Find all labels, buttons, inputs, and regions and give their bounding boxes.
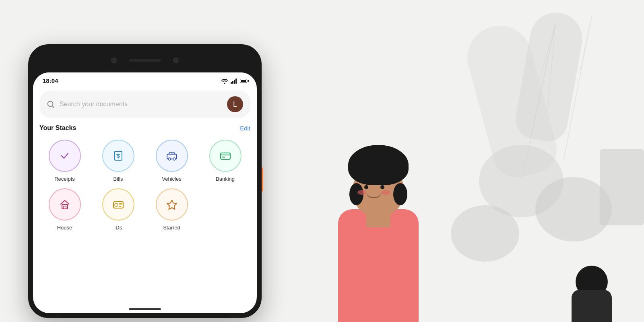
person2-illustration [572, 274, 612, 322]
stacks-edit-button[interactable]: Edit [240, 125, 250, 132]
stack-circle-starred [156, 188, 188, 221]
signal-icon [231, 78, 237, 84]
status-bar: 18:04 [33, 72, 257, 87]
stack-circle-receipts [49, 140, 81, 172]
battery-icon [240, 79, 247, 83]
stack-label-starred: Starred [163, 225, 180, 231]
stack-circle-house [49, 188, 81, 221]
search-icon [47, 100, 55, 108]
stack-item-receipts[interactable]: Receipts [39, 140, 90, 182]
phone-speaker [129, 59, 161, 62]
svg-rect-17 [62, 204, 68, 209]
stack-item-house[interactable]: House [39, 188, 90, 231]
search-bar[interactable]: Search your documents L [39, 91, 250, 118]
search-placeholder: Search your documents [60, 101, 222, 108]
stack-item-vehicles[interactable]: Vehicles [147, 140, 197, 182]
user-avatar[interactable]: L [227, 96, 243, 112]
person-illustration [334, 153, 423, 322]
svg-line-4 [580, 16, 592, 72]
stack-item-banking[interactable]: Banking [200, 140, 250, 182]
svg-line-2 [547, 24, 555, 113]
scroll-indicator [262, 167, 263, 192]
svg-point-20 [115, 203, 118, 206]
stacks-grid: Receipts $ Bills [39, 140, 250, 231]
stack-label-ids: IDs [114, 225, 122, 231]
svg-line-3 [564, 16, 592, 161]
stack-label-house: House [57, 225, 72, 231]
stacks-header: Your Stacks Edit [39, 124, 250, 132]
phone-sensor [173, 58, 179, 63]
phone-top-bar [28, 44, 262, 76]
phone-screen: 18:04 [33, 72, 257, 313]
svg-marker-24 [167, 200, 177, 209]
wifi-icon [221, 78, 228, 84]
stack-label-bills: Bills [114, 176, 123, 182]
svg-point-11 [168, 158, 171, 160]
stack-item-bills[interactable]: $ Bills [93, 140, 143, 182]
phone-front-camera [111, 58, 117, 63]
svg-rect-13 [171, 153, 173, 154]
svg-rect-18 [64, 206, 66, 209]
stack-label-receipts: Receipts [54, 176, 75, 182]
svg-rect-14 [221, 153, 230, 159]
stack-circle-ids [102, 188, 134, 221]
svg-point-12 [173, 158, 175, 160]
stacks-title: Your Stacks [39, 124, 76, 132]
stack-label-banking: Banking [216, 176, 235, 182]
stack-circle-bills: $ [102, 140, 134, 172]
status-time: 18:04 [43, 77, 58, 84]
background-illustration [242, 0, 644, 322]
svg-rect-16 [222, 157, 225, 158]
svg-line-6 [52, 106, 54, 107]
stack-label-vehicles: Vehicles [162, 176, 181, 182]
phone-device: 18:04 [28, 44, 262, 318]
status-icons [221, 78, 247, 84]
stack-item-ids[interactable]: IDs [93, 188, 143, 231]
stack-circle-vehicles [156, 140, 188, 172]
stack-item-starred[interactable]: Starred [147, 188, 197, 231]
phone-home-indicator [33, 308, 257, 310]
stacks-section: Your Stacks Edit Receipts [33, 124, 257, 231]
stack-circle-banking [209, 140, 242, 172]
